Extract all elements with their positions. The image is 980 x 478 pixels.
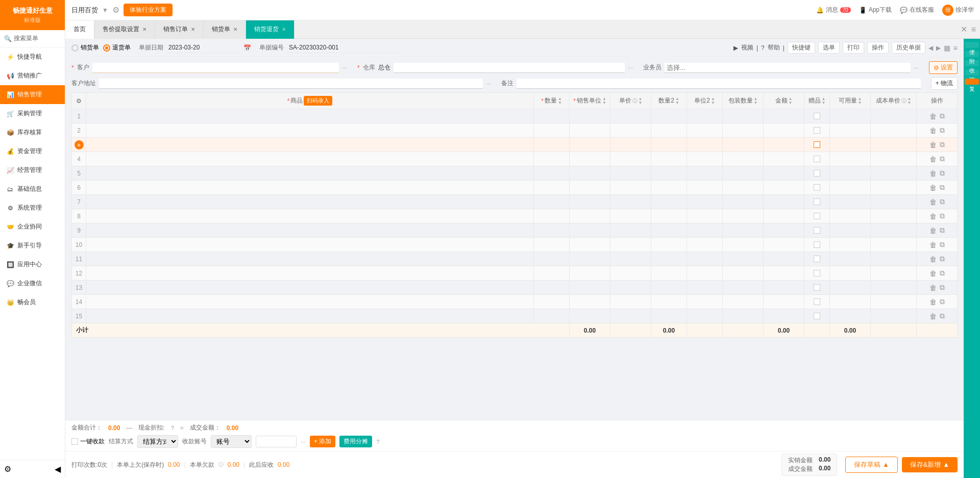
delete-btn[interactable]: 🗑 bbox=[929, 241, 937, 249]
remarks-input[interactable] bbox=[517, 79, 921, 89]
row-3-avail[interactable] bbox=[830, 138, 871, 152]
row-2-price[interactable] bbox=[610, 123, 651, 138]
copy-btn[interactable]: ⧉ bbox=[940, 312, 945, 320]
row-3-qty2[interactable] bbox=[651, 138, 687, 152]
delete-btn[interactable]: 🗑 bbox=[929, 269, 937, 278]
sidebar-item-marketing[interactable]: 📢 营销推广 bbox=[0, 66, 65, 85]
print-btn[interactable]: 打印 bbox=[843, 42, 864, 54]
sidebar-item-system[interactable]: ⚙ 系统管理 bbox=[0, 198, 65, 217]
row-3-pack[interactable] bbox=[723, 138, 764, 152]
copy-row-3-btn[interactable]: ⧉ bbox=[940, 140, 945, 149]
warehouse-input[interactable] bbox=[394, 63, 625, 73]
docnum-value[interactable]: SA-20230320-001 bbox=[287, 43, 402, 53]
row-2-amount[interactable] bbox=[764, 123, 804, 138]
settings-btn[interactable]: ⚙ 设置 bbox=[929, 61, 958, 74]
row-1-unit2[interactable] bbox=[687, 109, 723, 123]
scan-btn[interactable]: 扫码录入 bbox=[304, 96, 332, 106]
sidebar-item-inventory[interactable]: 📦 库存核算 bbox=[0, 123, 65, 142]
warehouse-value[interactable]: 总仓 bbox=[378, 63, 390, 72]
add-row-btn[interactable]: + bbox=[75, 140, 84, 149]
prev-doc-icon[interactable]: ◀ bbox=[928, 44, 933, 52]
search-menu-item[interactable]: 🔍 搜索菜单 bbox=[0, 30, 65, 47]
sidebar-item-operations[interactable]: 📈 经营管理 bbox=[0, 161, 65, 180]
row-2-qty2[interactable] bbox=[651, 123, 687, 138]
right-panel-star[interactable]: 收 bbox=[965, 60, 979, 66]
row-2-unit[interactable] bbox=[570, 123, 610, 138]
delete-row-1-btn[interactable]: 🗑 bbox=[929, 112, 937, 120]
copy-btn[interactable]: ⧉ bbox=[940, 226, 945, 235]
amount-input[interactable] bbox=[256, 436, 297, 447]
tab-home[interactable]: 首页 bbox=[65, 20, 94, 39]
sidebar-item-member[interactable]: 👑 畅会员 bbox=[0, 293, 65, 312]
row-1-qty2[interactable] bbox=[651, 109, 687, 123]
collapse-icon[interactable]: ◀ bbox=[55, 464, 61, 474]
sidebar-item-basic[interactable]: 🗂 基础信息 bbox=[0, 180, 65, 198]
row-3-goods[interactable] bbox=[86, 138, 534, 152]
fee-split-btn[interactable]: 费用分摊 bbox=[339, 436, 372, 447]
row-1-price[interactable] bbox=[610, 109, 651, 123]
calendar-icon[interactable]: 📅 bbox=[243, 44, 251, 52]
delete-btn[interactable]: 🗑 bbox=[929, 155, 937, 163]
topbar-gear-icon[interactable]: ⚙ bbox=[112, 5, 119, 15]
return-radio[interactable]: 退货单 bbox=[103, 43, 131, 52]
sidebar-item-enterprise[interactable]: 🤝 企业协同 bbox=[0, 217, 65, 236]
grid-view-icon[interactable]: ▦ bbox=[944, 44, 950, 52]
close-sales-order-icon[interactable]: ✕ bbox=[191, 27, 195, 32]
settlement-select[interactable]: 结算方式 bbox=[137, 435, 178, 448]
settings-gear-icon[interactable]: ⚙ bbox=[4, 464, 11, 474]
close-price-setup-icon[interactable]: ✕ bbox=[142, 27, 146, 32]
help-info-icon[interactable]: ? bbox=[171, 425, 174, 431]
logistics-btn[interactable]: + 物流 bbox=[931, 77, 958, 90]
save-new-btn[interactable]: 保存&新增 ▲ bbox=[902, 457, 958, 472]
messages-item[interactable]: 🔔 消息 70 bbox=[816, 6, 851, 14]
row-1-goods[interactable] bbox=[86, 109, 534, 123]
row-1-avail[interactable] bbox=[830, 109, 871, 123]
row-2-unit2[interactable] bbox=[687, 123, 723, 138]
row-3-unit[interactable] bbox=[570, 138, 610, 152]
experience-btn[interactable]: 体验行业方案 bbox=[124, 4, 173, 16]
online-service-item[interactable]: 💬 在线客服 bbox=[900, 6, 934, 14]
operations-btn[interactable]: 操作 bbox=[867, 42, 889, 54]
delete-btn[interactable]: 🗑 bbox=[929, 298, 937, 306]
salesperson-dots[interactable]: ··· bbox=[914, 64, 919, 71]
row-2-qty[interactable] bbox=[534, 123, 570, 138]
copy-row-2-btn[interactable]: ⧉ bbox=[940, 126, 945, 135]
app-logo[interactable]: 畅捷通好生意 标准版 bbox=[0, 0, 65, 30]
sidebar-item-appstore[interactable]: 🔲 应用中心 bbox=[0, 255, 65, 274]
row-2-avail[interactable] bbox=[830, 123, 871, 138]
row-3-cost[interactable] bbox=[871, 138, 917, 152]
tab-sales-return[interactable]: 销货退货 ✕ bbox=[246, 20, 295, 39]
delete-btn[interactable]: 🗑 bbox=[929, 284, 937, 292]
delete-btn[interactable]: 🗑 bbox=[929, 198, 937, 206]
copy-btn[interactable]: ⧉ bbox=[940, 183, 945, 192]
video-label[interactable]: 视频 bbox=[741, 43, 753, 52]
sidebar-item-shortcut[interactable]: ⚡ 快捷导航 bbox=[0, 47, 65, 66]
row-1-unit[interactable] bbox=[570, 109, 610, 123]
row-2-goods[interactable] bbox=[86, 123, 534, 138]
delete-row-3-btn[interactable]: 🗑 bbox=[929, 141, 937, 149]
close-all-icon[interactable]: ✕ bbox=[961, 24, 967, 34]
select-btn[interactable]: 选单 bbox=[818, 42, 840, 54]
tab-menu-icon[interactable]: ≡ bbox=[971, 25, 976, 34]
add-payment-btn[interactable]: + 添加 bbox=[310, 436, 335, 447]
sidebar-item-finance[interactable]: 💰 资金管理 bbox=[0, 142, 65, 161]
sidebar-item-sales[interactable]: 📊 销售管理 bbox=[0, 85, 65, 104]
history-btn[interactable]: 历史单据 bbox=[892, 42, 925, 54]
row-3-gift[interactable] bbox=[804, 138, 830, 152]
delete-btn[interactable]: 🗑 bbox=[929, 212, 937, 220]
row-1-cost[interactable] bbox=[871, 109, 917, 123]
row-1-qty[interactable] bbox=[534, 109, 570, 123]
row-1-gift[interactable] bbox=[804, 109, 830, 123]
row-3-amount[interactable] bbox=[764, 138, 804, 152]
right-panel-notes[interactable]: 便 bbox=[965, 42, 979, 48]
tab-sales-delivery[interactable]: 销货单 ✕ bbox=[204, 20, 246, 39]
sales-radio[interactable]: 销货单 bbox=[71, 43, 99, 52]
right-panel-attach[interactable]: 附 bbox=[965, 51, 979, 57]
user-item[interactable]: 徐 徐泽华 bbox=[942, 5, 974, 16]
delete-btn[interactable]: 🗑 bbox=[929, 255, 937, 263]
close-sales-return-icon[interactable]: ✕ bbox=[282, 27, 286, 32]
copy-btn[interactable]: ⧉ bbox=[940, 240, 945, 249]
one-key-collect-checkbox[interactable]: 一键收款 bbox=[71, 437, 105, 446]
row-1-amount[interactable] bbox=[764, 109, 804, 123]
topbar-dropdown-arrow[interactable]: ▼ bbox=[102, 7, 108, 14]
